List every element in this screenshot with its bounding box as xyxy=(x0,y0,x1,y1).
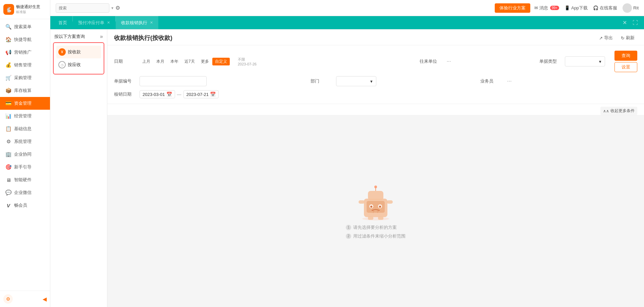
online-service-btn[interactable]: 🎧 在线客服 xyxy=(593,5,617,11)
empty-tip-2-text: 用过滤条件来缩小分析范围 xyxy=(353,233,406,239)
basic-info-icon: 📋 xyxy=(5,126,11,132)
sidebar-item-label: 企业微信 xyxy=(14,190,32,196)
solution-btn[interactable]: 体验行业方案 xyxy=(495,3,530,13)
sidebar-item-vip[interactable]: V 畅会员 xyxy=(0,199,50,212)
tab-prepay[interactable]: 预付冲应付单 ✕ xyxy=(73,16,115,29)
app-logo: 🐇 畅捷通好生意 标准版 xyxy=(0,0,50,19)
header-gear-icon[interactable]: ⚙ xyxy=(115,5,120,11)
message-btn[interactable]: ✉ 消息 99+ xyxy=(534,5,559,11)
sidebar-item-funds[interactable]: 💳 资金管理 xyxy=(0,97,50,110)
filter-collapse-row: ∧∧ 收起更多条件 xyxy=(107,104,644,115)
left-panel-collapse-btn[interactable]: » xyxy=(100,34,103,40)
sidebar-bottom: ⚙ ◀ xyxy=(0,291,50,307)
date-tab-7days[interactable]: 近7天 xyxy=(182,58,198,65)
online-service-label: 在线客服 xyxy=(600,5,617,11)
verify-date-end-value: 2023-07-21 xyxy=(186,92,209,97)
sidebar-item-hardware[interactable]: 🖥 智能硬件 xyxy=(0,173,50,186)
user-area[interactable]: Rit xyxy=(623,3,639,13)
guide-icon: 🎯 xyxy=(5,164,11,170)
system-icon: ⚙ xyxy=(5,139,11,145)
doc-type-chevron: ▾ xyxy=(599,59,601,64)
tab-home[interactable]: 首页 xyxy=(53,16,72,29)
left-panel: 按以下方案查询 » ¥ 按收款 ◷ 按应收 xyxy=(50,30,107,307)
svg-point-5 xyxy=(370,206,372,208)
header-search-input[interactable] xyxy=(56,3,109,13)
staff-dots-btn[interactable]: ··· xyxy=(506,78,513,84)
settings-btn[interactable]: 设置 xyxy=(614,62,637,72)
sidebar-item-quicknav[interactable]: 🏠 快捷导航 xyxy=(0,33,50,46)
query-btn[interactable]: 查询 xyxy=(614,51,637,61)
tab-close-all-btn[interactable]: ✕ xyxy=(620,18,629,28)
refresh-btn[interactable]: ↻ 刷新 xyxy=(618,34,637,42)
sidebar-item-search[interactable]: 🔍 搜索菜单 xyxy=(0,20,50,33)
tab-home-label: 首页 xyxy=(58,20,67,26)
date-tab-this-year[interactable]: 本年 xyxy=(168,58,181,65)
date-tab-last-month[interactable]: 上月 xyxy=(140,58,153,65)
date-label: 日期 xyxy=(114,58,134,64)
filter-row-1: 日期 上月 本月 本年 近7天 更多 自定义 不限 2023-07-26 xyxy=(114,51,637,72)
date-tab-custom[interactable]: 自定义 xyxy=(212,58,230,65)
sidebar-item-guide[interactable]: 🎯 新手引导 xyxy=(0,161,50,173)
doc-type-label: 单据类型 xyxy=(539,58,559,64)
counterpart-label: 往来单位 xyxy=(420,58,440,64)
verify-date-range: 2023-03-01 📅 — 2023-07-21 📅 xyxy=(140,90,219,98)
filter-row-2: 单据编号 部门 ▾ 业务员 ··· xyxy=(114,76,637,86)
date-tab-more[interactable]: 更多 xyxy=(198,58,212,65)
sidebar-item-basic-info[interactable]: 📋 基础信息 xyxy=(0,122,50,135)
sidebar-item-label: 基础信息 xyxy=(14,126,32,132)
tab-receipt-offset[interactable]: 收款核销执行 ✕ xyxy=(116,16,158,29)
refresh-label: 刷新 xyxy=(626,35,635,41)
sidebar-item-sales[interactable]: 💰 销售管理 xyxy=(0,59,50,71)
counterpart-dots-btn[interactable]: ··· xyxy=(445,58,452,64)
export-label: 导出 xyxy=(604,35,613,41)
doc-type-select[interactable]: ▾ xyxy=(565,56,605,66)
tab-bar-actions: ✕ ⛶ xyxy=(620,16,641,29)
option-receivable-label: 按应收 xyxy=(68,62,81,68)
sidebar-item-label: 搜索菜单 xyxy=(14,24,32,30)
option-receivable-icon: ◷ xyxy=(58,61,66,68)
sidebar-item-inventory[interactable]: 📦 库存核算 xyxy=(0,84,50,97)
sidebar-item-purchase[interactable]: 🛒 采购管理 xyxy=(0,71,50,84)
option-receipt-label: 按收款 xyxy=(68,49,81,55)
sales-icon: 💰 xyxy=(5,62,11,68)
sidebar-item-wechat[interactable]: 💬 企业微信 xyxy=(0,186,50,199)
sidebar-item-marketing[interactable]: 📢 营销推广 xyxy=(0,46,50,59)
hardware-icon: 🖥 xyxy=(5,177,11,183)
verify-date-end-input[interactable]: 2023-07-21 📅 xyxy=(183,90,219,98)
sidebar-item-operations[interactable]: 📊 经营管理 xyxy=(0,110,50,122)
filter-row-3: 核销日期 2023-03-01 📅 — 2023-07-21 📅 xyxy=(114,90,637,98)
left-panel-title: 按以下方案查询 xyxy=(54,34,85,40)
export-btn[interactable]: ↗ 导出 xyxy=(596,34,615,42)
chevron-down-icon[interactable]: ▾ xyxy=(111,6,113,10)
page-title: 收款核销执行(按收款) xyxy=(114,34,172,42)
sidebar-item-label: 库存核算 xyxy=(14,88,32,94)
sidebar-item-label: 企业协同 xyxy=(14,151,32,157)
app-download-btn[interactable]: 📱 App下载 xyxy=(565,5,588,11)
verify-date-start-input[interactable]: 2023-03-01 📅 xyxy=(140,90,175,98)
empty-text-list: 1 请先选择要分析的方案 2 用过滤条件来缩小分析范围 xyxy=(346,224,406,239)
sidebar-nav: 🔍 搜索菜单 🏠 快捷导航 📢 营销推广 💰 销售管理 🛒 采购管理 📦 库存核… xyxy=(0,19,50,291)
sidebar-item-label: 畅会员 xyxy=(14,202,27,208)
svg-rect-10 xyxy=(359,200,365,204)
empty-robot-image: ? ? xyxy=(354,184,397,220)
tab-prepay-close[interactable]: ✕ xyxy=(107,21,110,24)
doc-number-input[interactable] xyxy=(140,76,207,86)
settings-bottom-icon[interactable]: ⚙ xyxy=(3,294,13,304)
sidebar-collapse-btn[interactable]: ◀ xyxy=(43,296,47,302)
tab-expand-btn[interactable]: ⛶ xyxy=(631,18,640,28)
collapse-more-btn[interactable]: ∧∧ 收起更多条件 xyxy=(600,107,637,115)
dept-select[interactable]: ▾ xyxy=(336,76,376,86)
date-tab-this-month[interactable]: 本月 xyxy=(154,58,167,65)
option-by-receivable[interactable]: ◷ 按应收 xyxy=(56,58,101,71)
search-icon: 🔍 xyxy=(5,24,11,30)
inventory-icon: 📦 xyxy=(5,88,11,94)
dept-chevron: ▾ xyxy=(370,79,373,84)
tab-receipt-offset-close[interactable]: ✕ xyxy=(150,21,153,24)
option-by-receipt[interactable]: ¥ 按收款 xyxy=(56,46,101,58)
sidebar-item-system[interactable]: ⚙ 系统管理 xyxy=(0,135,50,148)
svg-rect-13 xyxy=(378,216,383,220)
refresh-icon: ↻ xyxy=(621,36,625,41)
wechat-icon: 💬 xyxy=(5,190,11,196)
message-icon: ✉ xyxy=(534,5,538,10)
sidebar-item-enterprise[interactable]: 🏢 企业协同 xyxy=(0,148,50,161)
